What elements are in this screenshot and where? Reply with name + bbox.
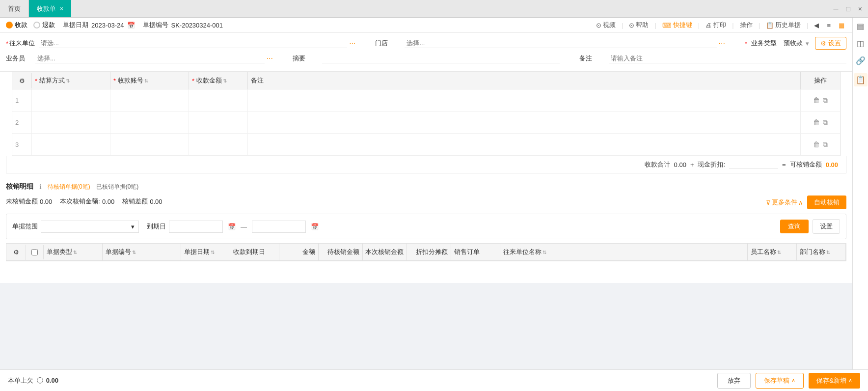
table-header: ⚙ * 结算方式 ⇅ * 收款账号 ⇅ * 收款金额 ⇅ [12,72,840,89]
radio-refund-label: 退款 [42,21,55,29]
td-account-3[interactable] [110,134,189,155]
row-num-1: 1 [15,97,28,104]
bth-discount: 折扣分摊额 [407,244,451,260]
gear-icon: ⚙ [19,77,25,84]
bth-dept-sort[interactable]: ⇅ [826,250,830,255]
hexiao-info-icon[interactable]: ℹ [39,183,42,191]
discount-input[interactable] [729,161,778,168]
print-btn[interactable]: 🖨 打印 [704,21,728,29]
copy-icon-2[interactable]: ⧉ [823,118,828,127]
td-amount-1[interactable] [189,89,248,111]
settle-sort-icon[interactable]: ⇅ [66,78,70,84]
date-end-cal-icon[interactable]: 📅 [311,223,319,230]
window-controls: ─ □ × [831,5,868,13]
history-btn[interactable]: 📋 历史单据 [764,21,803,29]
counterparty-label: 往来单位 [9,39,39,48]
staff-more-icon[interactable]: ··· [267,54,273,63]
tab-done[interactable]: 已核销单据(0笔) [96,183,139,191]
prev-btn[interactable]: ◀ [812,22,821,29]
video-btn[interactable]: ⊙ 视频 [594,21,618,29]
save-new-button[interactable]: 保存&新增 ∧ [809,373,860,389]
tab-receipt[interactable]: 收款单 × [29,0,71,17]
td-remark-3[interactable] [248,134,801,155]
select-all-checkbox[interactable] [31,249,38,255]
bth-company-sort[interactable]: ⇅ [542,250,546,255]
shortcut-btn[interactable]: ⌨ 快捷键 [660,21,694,29]
td-account-1[interactable] [110,89,189,111]
date-start-cal-icon[interactable]: 📅 [228,223,236,230]
tab-home[interactable]: 首页 [0,0,29,17]
bth-staff-sort[interactable]: ⇅ [777,250,781,255]
tab-pending[interactable]: 待核销单据(0笔) [48,183,90,191]
auto-hexiao-button[interactable]: 自动核销 [807,196,846,209]
save-draft-button[interactable]: 保存草稿 ∧ [756,373,804,389]
td-account-2[interactable] [110,112,189,133]
table-row: 1 🗑 ⧉ [12,89,840,112]
settings-button[interactable]: ⚙ 设置 [815,37,846,50]
maximize-button[interactable]: □ [844,5,852,13]
store-input[interactable] [405,38,716,48]
bth-due: 收款到期日 [230,244,279,260]
date-end-input[interactable]: 2022-04-12 [252,221,306,233]
delete-icon-1[interactable]: 🗑 [813,96,820,105]
store-more-icon[interactable]: ··· [719,39,725,48]
layout-btn2[interactable]: ▦ [837,22,846,29]
sidebar-icon-2[interactable]: ◫ [857,39,864,48]
range-select[interactable]: ▾ [41,221,139,233]
bth-type-sort[interactable]: ⇅ [73,250,77,255]
tab-close-icon[interactable]: × [60,5,63,12]
summary-input[interactable] [322,54,560,63]
td-amount-2[interactable] [189,112,248,133]
bth-staff-label: 员工名称 [751,248,776,256]
th-remark: 备注 [248,72,801,89]
sidebar-icon-1[interactable]: ▤ [857,22,864,31]
radio-receipt[interactable]: 收款 [6,21,27,29]
draft-arrow-icon: ∧ [791,377,795,384]
note-input[interactable] [609,54,846,63]
copy-icon-3[interactable]: ⧉ [823,140,828,149]
minimize-button[interactable]: ─ [831,5,840,13]
business-type-dropdown-icon[interactable]: ▾ [806,40,809,47]
bth-gear[interactable]: ⚙ [6,245,26,260]
td-remark-1[interactable] [248,89,801,111]
operations-btn[interactable]: 操作 [738,21,755,29]
td-settle-3[interactable] [32,134,110,155]
bth-num-sort[interactable]: ⇅ [132,250,136,255]
amount-sort-icon[interactable]: ⇅ [223,78,227,84]
bth-date-sort[interactable]: ⇅ [211,250,215,255]
bth-due-label: 收款到期日 [233,248,265,256]
delete-icon-3[interactable]: 🗑 [813,140,820,149]
staff-input[interactable] [35,54,265,63]
counterparty-more-icon[interactable]: ··· [349,39,355,48]
th-gear[interactable]: ⚙ [12,73,32,88]
business-type-value: 预收款 [784,39,803,48]
td-amount-3[interactable] [189,134,248,155]
more-conditions-btn[interactable]: ⊽ 更多条件 ∧ [766,198,803,207]
td-settle-2[interactable] [32,112,110,133]
date-start-input[interactable]: 2022-04-01 [169,221,223,233]
date-calendar-icon[interactable]: 📅 [127,22,135,29]
sidebar-icon-3[interactable]: 🔗 [856,56,866,65]
th-amount-label: 收款金额 [196,76,222,85]
filter-settings-button[interactable]: 设置 [813,219,840,234]
td-settle-1[interactable] [32,89,110,111]
help-btn[interactable]: ⊙ 帮助 [627,21,651,29]
num-value[interactable]: SK-20230324-001 [171,22,223,29]
bth-date: 单据日期 ⇅ [181,244,230,260]
sidebar-icon-4[interactable]: 📋 [854,73,868,86]
account-sort-icon[interactable]: ⇅ [144,78,148,84]
copy-icon-1[interactable]: ⧉ [823,96,828,105]
counterparty-input[interactable] [39,38,347,48]
delete-icon-2[interactable]: 🗑 [813,118,820,127]
footer-info-icon[interactable]: ⓘ [37,377,43,384]
td-remark-2[interactable] [248,112,801,133]
close-button[interactable]: × [856,5,864,13]
discard-button[interactable]: 放弃 [717,373,751,389]
bth-pending-label: 待核销金额 [327,248,359,256]
layout-btn1[interactable]: ≡ [825,22,833,29]
date-value[interactable]: 2023-03-24 [91,22,124,29]
radio-refund[interactable]: 退款 [33,21,55,29]
query-button[interactable]: 查询 [780,220,809,233]
bth-check[interactable] [26,245,44,259]
video-icon: ⊙ [596,22,601,29]
